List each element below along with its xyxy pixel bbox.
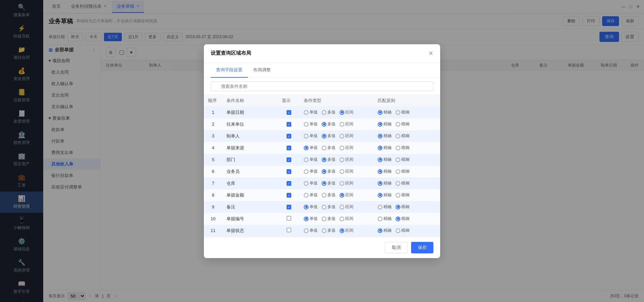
type-radio-item[interactable]: 多值	[322, 145, 336, 151]
match-radio-item[interactable]: 模糊	[396, 109, 409, 115]
match-radio-item[interactable]: 模糊	[396, 157, 409, 162]
match-radio-item[interactable]: 精确	[378, 216, 392, 222]
radio-circle	[304, 217, 308, 221]
match-radio-item[interactable]: 精确	[378, 204, 392, 210]
type-radio-item[interactable]: 区间	[340, 145, 353, 151]
type-radio-item[interactable]: 多值	[322, 216, 336, 222]
show-checkbox[interactable]: ✓	[287, 122, 291, 127]
type-radio-item[interactable]: 区间	[340, 157, 353, 162]
type-radio-item[interactable]: 单值	[304, 180, 318, 186]
cell-show[interactable]	[278, 213, 300, 225]
cell-show[interactable]: ✓	[278, 177, 300, 189]
modal-close-btn[interactable]: ✕	[428, 50, 433, 57]
show-checkbox[interactable]: ✓	[287, 205, 291, 209]
type-radio-item[interactable]: 多值	[322, 121, 336, 127]
match-radio-item[interactable]: 模糊	[396, 216, 409, 222]
cell-show[interactable]: ✓	[278, 166, 300, 177]
type-radio-item[interactable]: 多值	[322, 180, 336, 186]
show-checkbox[interactable]: ✓	[287, 146, 291, 150]
type-radio-item[interactable]: 区间	[340, 121, 353, 127]
cell-show[interactable]: ✓	[278, 106, 300, 118]
modal-save-button[interactable]: 保存	[411, 242, 433, 253]
match-radio-item[interactable]: 模糊	[396, 204, 409, 210]
modal-tab-layout[interactable]: 布局调整	[248, 63, 276, 78]
match-radio-item[interactable]: 精确	[378, 109, 392, 115]
radio-circle	[304, 181, 308, 186]
type-radio-item[interactable]: 区间	[340, 109, 353, 115]
type-radio-item[interactable]: 多值	[322, 192, 336, 198]
type-radio-item[interactable]: 单值	[304, 157, 318, 162]
cell-order: 8	[204, 189, 222, 201]
show-checkbox[interactable]: ✓	[287, 157, 291, 162]
type-radio-item[interactable]: 单值	[304, 121, 318, 127]
match-radio-item[interactable]: 精确	[378, 133, 392, 139]
type-radio-item[interactable]: 区间	[340, 133, 353, 139]
show-checkbox[interactable]: ✓	[287, 193, 291, 198]
show-checkbox[interactable]	[287, 216, 291, 221]
show-checkbox[interactable]: ✓	[287, 134, 291, 139]
cell-name: 单据来源	[222, 142, 278, 154]
type-radio-item[interactable]: 单值	[304, 169, 318, 174]
match-radio-item[interactable]: 精确	[378, 145, 392, 151]
match-radio-item[interactable]: 精确	[378, 228, 392, 233]
match-radio-item[interactable]: 模糊	[396, 145, 409, 151]
type-radio-item[interactable]: 区间	[340, 204, 353, 210]
show-checkbox[interactable]: ✓	[287, 169, 291, 174]
show-checkbox[interactable]: ✓	[287, 110, 291, 115]
match-radio-item[interactable]: 模糊	[396, 121, 409, 127]
match-radio-item[interactable]: 精确	[378, 169, 392, 174]
cell-show[interactable]: ✓	[278, 189, 300, 201]
type-radio-item[interactable]: 多值	[322, 109, 336, 115]
show-checkbox[interactable]: ✓	[287, 181, 291, 186]
cell-show[interactable]: ✓	[278, 130, 300, 142]
match-radio-item[interactable]: 模糊	[396, 169, 409, 174]
match-radio-item[interactable]: 模糊	[396, 228, 409, 233]
type-radio-item[interactable]: 区间	[340, 169, 353, 174]
type-radio-item[interactable]: 区间	[340, 228, 353, 233]
type-radio-item[interactable]: 多值	[322, 204, 336, 210]
match-radio-item[interactable]: 模糊	[396, 180, 409, 186]
type-radio-item[interactable]: 单值	[304, 109, 318, 115]
match-radio-item[interactable]: 模糊	[396, 133, 409, 139]
radio-circle	[340, 110, 344, 115]
cell-show[interactable]: ✓	[278, 142, 300, 154]
cell-type: 单值多值区间	[300, 130, 374, 142]
type-radio-item[interactable]: 区间	[340, 180, 353, 186]
match-radio-item[interactable]: 精确	[378, 192, 392, 198]
type-radio-item[interactable]: 多值	[322, 133, 336, 139]
show-checkbox[interactable]	[287, 228, 291, 232]
type-radio-item[interactable]: 多值	[322, 169, 336, 174]
modal-tab-fields[interactable]: 查询字段设置	[211, 63, 248, 78]
radio-circle	[322, 181, 326, 186]
table-row: 1单据日期✓单值多值区间精确模糊	[204, 106, 440, 118]
type-radio-item[interactable]: 区间	[340, 216, 353, 222]
radio-circle	[378, 169, 382, 174]
radio-circle	[304, 228, 308, 233]
modal-search-input[interactable]	[211, 81, 433, 91]
radio-circle	[340, 157, 344, 162]
type-radio-item[interactable]: 单值	[304, 192, 318, 198]
cell-show[interactable]: ✓	[278, 118, 300, 130]
radio-circle	[396, 110, 400, 115]
type-radio-item[interactable]: 单值	[304, 228, 318, 233]
modal-table: 顺序 条件名称 显示 条件类型 匹配原则 1单据日期✓单值多值区间精确模糊2往来…	[204, 95, 440, 237]
cell-show[interactable]: ✓	[278, 154, 300, 166]
cell-show[interactable]: ✓	[278, 201, 300, 213]
cell-show[interactable]	[278, 225, 300, 236]
radio-circle	[322, 205, 326, 209]
type-radio-item[interactable]: 单值	[304, 216, 318, 222]
type-radio-item[interactable]: 单值	[304, 145, 318, 151]
type-radio-item[interactable]: 单值	[304, 133, 318, 139]
type-radio-item[interactable]: 多值	[322, 228, 336, 233]
match-radio-item[interactable]: 模糊	[396, 192, 409, 198]
type-radio-item[interactable]: 多值	[322, 157, 336, 162]
type-radio-item[interactable]: 区间	[340, 192, 353, 198]
match-radio-item[interactable]: 精确	[378, 180, 392, 186]
type-radio-item[interactable]: 单值	[304, 204, 318, 210]
match-radio-item[interactable]: 精确	[378, 121, 392, 127]
cancel-button[interactable]: 取消	[385, 242, 408, 253]
match-radio-item[interactable]: 精确	[378, 157, 392, 162]
cell-type: 单值多值区间	[300, 166, 374, 177]
table-row: 3制单人✓单值多值区间精确模糊	[204, 130, 440, 142]
cell-name: 备注	[222, 201, 278, 213]
